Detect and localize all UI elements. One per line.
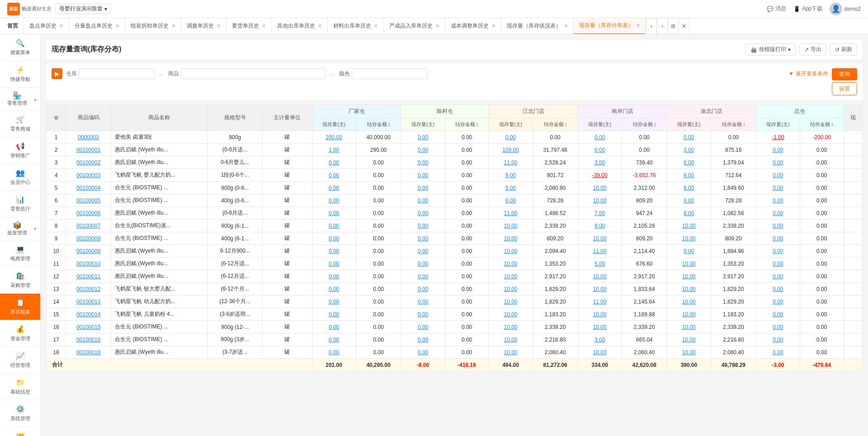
close-icon[interactable]: ✕	[491, 23, 495, 29]
code-link[interactable]: 00100011	[76, 273, 100, 280]
sidebar-item-search[interactable]: 🔍 搜索英单	[0, 34, 40, 61]
code-link[interactable]: 00100009	[76, 248, 100, 254]
close-icon[interactable]: ✕	[262, 23, 266, 29]
sidebar-item-wholesale[interactable]: 📦 批发管理 ▼	[0, 217, 40, 240]
th-group-jiangbei: 江北门店	[489, 105, 578, 118]
sidebar-item-basic[interactable]: 📁 基础信息	[0, 374, 40, 400]
user-menu[interactable]: 👤 demo2	[830, 3, 861, 15]
th-group-yubei: 渝北门店	[667, 105, 756, 118]
cell-jiangbei-qty: 9.00	[489, 169, 533, 182]
close-icon[interactable]: ✕	[374, 23, 378, 29]
sidebar-item-retail-shop[interactable]: 🛒 零售商城	[0, 111, 40, 137]
close-icon[interactable]: ✕	[435, 23, 439, 29]
message-button[interactable]: 💬 消息	[767, 5, 786, 13]
refresh-button[interactable]: ↺ 刷新	[830, 43, 857, 56]
sidebar-item-shortcut[interactable]: ⚡ 快捷导航	[0, 61, 40, 88]
expand-icon: ▼	[788, 70, 794, 77]
cell-current	[844, 131, 862, 144]
cell-factory-qty: 0.00	[312, 258, 356, 270]
code-link[interactable]: 00100014	[76, 311, 100, 318]
logo-text: 畅捷通好生意	[22, 5, 52, 12]
search-expand-button[interactable]: ▶	[52, 68, 62, 79]
tab-more-btn[interactable]: ⊞	[668, 18, 679, 34]
table-row: 14 00100013 飞鹤星飞帆 幼儿配方奶... (12-36个月... 罐…	[47, 295, 863, 308]
close-icon[interactable]: ✕	[636, 23, 640, 28]
code-link[interactable]: 00100001	[76, 147, 100, 153]
sidebar-item-operation[interactable]: 📈 经营管理	[0, 347, 40, 374]
sidebar-item-retail-stats[interactable]: 📊 零售统计	[0, 191, 40, 217]
cell-total-qty: 0.00	[756, 232, 800, 245]
cell-name: 合生元 (BIOSTIME) ...	[111, 333, 208, 346]
tab-order[interactable]: 要货单历史 ✕	[226, 18, 272, 34]
code-link[interactable]: 00100015	[76, 324, 100, 330]
code-link[interactable]: 00100016	[76, 337, 100, 343]
cell-total-amt: 0.00	[800, 169, 844, 182]
code-link[interactable]: 00100008	[76, 235, 100, 242]
product-input[interactable]: babycare孕妇待产包 春季入院全套母子组合孕妇产后冬季月子用品 22件套 …	[181, 68, 326, 79]
close-icon[interactable]: ✕	[171, 23, 175, 29]
code-link[interactable]: 00100018	[76, 349, 100, 356]
code-link[interactable]: 00100002	[76, 159, 100, 166]
tab-partial-check[interactable]: 分量盘点单历史 ✕	[69, 18, 125, 34]
code-link[interactable]: 00100005	[76, 197, 100, 204]
cell-nanan-amt: 1,833.64	[622, 283, 667, 295]
close-icon[interactable]: ✕	[59, 23, 63, 29]
tenant-selector[interactable]: 母婴行业演示陈套 ▾	[55, 4, 111, 14]
export-button[interactable]: ↗ 导出	[799, 43, 826, 56]
more-conditions-btn[interactable]: ▼ 展开更多条件	[788, 70, 828, 78]
sidebar-item-inventory[interactable]: 📋 库存核算	[0, 294, 40, 320]
tab-combo-dismantle[interactable]: 组装拆卸单历史 ✕	[125, 18, 181, 34]
cell-factory-amt: 0.00	[356, 295, 401, 308]
tab-inventory-dist[interactable]: 现存量（库存分布表） ✕	[574, 18, 646, 34]
sidebar-item-enterprise[interactable]: 🤝 企业协同	[0, 427, 40, 436]
tab-cost-adjust[interactable]: 成本调整单历史 ✕	[445, 18, 501, 34]
warehouse-input[interactable]	[79, 68, 155, 79]
th-yubei-amt: 结存金额 ℹ	[711, 118, 756, 131]
color-input[interactable]	[352, 68, 428, 79]
cell-total-qty: 0.00	[756, 194, 800, 207]
cell-seq: 17	[47, 333, 66, 346]
tab-inventory-check[interactable]: 盘点单历史 ✕	[24, 18, 69, 34]
sidebar-item-ecommerce[interactable]: 💻 电商管理	[0, 240, 40, 267]
code-link[interactable]: 0000003	[78, 134, 99, 141]
chevron-up-icon: ▲	[33, 97, 38, 102]
app-download-button[interactable]: 📱 App下载	[793, 5, 822, 13]
print-button[interactable]: 🖨️ 按模版打印 ▾	[745, 43, 796, 56]
cell-chen-amt: 0.00	[445, 207, 489, 220]
code-link[interactable]: 00100012	[76, 286, 100, 292]
cell-current	[844, 220, 862, 232]
sidebar-item-member[interactable]: 👥 会员中心	[0, 164, 40, 191]
close-icon[interactable]: ✕	[318, 23, 322, 29]
tab-home[interactable]: 首页	[2, 18, 24, 34]
code-link[interactable]: 00100013	[76, 299, 100, 305]
code-link[interactable]: 00100010	[76, 261, 100, 267]
cell-code: 00100002	[66, 156, 111, 169]
tab-material-out[interactable]: 材料出库单历史 ✕	[328, 18, 384, 34]
code-link[interactable]: 00100004	[76, 185, 100, 191]
sidebar-item-system[interactable]: ⚙️ 系统管理	[0, 400, 40, 427]
cell-factory-qty: 0.00	[312, 321, 356, 333]
close-icon[interactable]: ✕	[564, 23, 568, 29]
th-settings[interactable]: ⚙	[47, 105, 66, 131]
tab-other-out[interactable]: 其他出库单历史 ✕	[272, 18, 328, 34]
close-icon[interactable]: ✕	[115, 23, 119, 29]
search-button[interactable]: 查询	[832, 68, 857, 80]
settings-button[interactable]: 设置	[832, 82, 857, 95]
tab-prev-btn[interactable]: ‹	[646, 18, 657, 34]
code-link[interactable]: 00100007	[76, 223, 100, 229]
code-link[interactable]: 00100003	[76, 172, 100, 178]
sidebar-item-marketing[interactable]: 📢 营销推广	[0, 137, 40, 164]
cell-total-qty: 0.00	[756, 346, 800, 359]
page-header: 现存量查询(库存分布) 🖨️ 按模版打印 ▾ ↗ 导出 ↺ 刷新	[46, 40, 863, 59]
tab-next-btn[interactable]: ›	[657, 18, 668, 34]
sidebar-item-finance[interactable]: 💰 资金管理	[0, 320, 40, 347]
code-link[interactable]: 00100006	[76, 210, 100, 216]
tab-product-in[interactable]: 产成品入库单历史 ✕	[384, 18, 445, 34]
tab-transfer[interactable]: 调拨单历史 ✕	[181, 18, 226, 34]
sidebar-item-retail[interactable]: 🏪 零售管理 ▲	[0, 88, 40, 111]
close-icon[interactable]: ✕	[217, 23, 221, 29]
tab-inventory-status[interactable]: 现存量（库存状况表） ✕	[501, 18, 574, 34]
sidebar-item-purchase[interactable]: 🛍️ 采购管理	[0, 267, 40, 294]
tab-close-all-btn[interactable]: ✕	[679, 18, 689, 34]
cell-jiangbei-amt: 2,339.20	[533, 220, 578, 232]
